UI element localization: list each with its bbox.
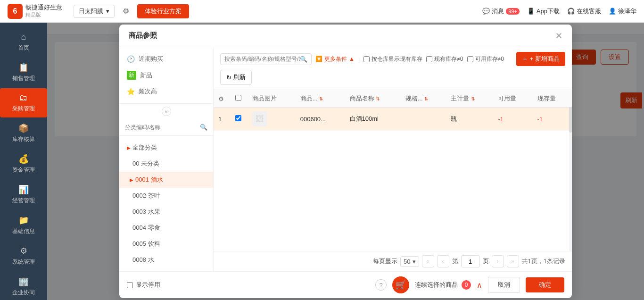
sidebar-item-system[interactable]: ⚙ 系统管理 [0,241,47,271]
per-page-dropdown-icon: ▾ [413,258,416,265]
modal-header: 商品参照 ✕ [119,25,572,47]
category-item-0005[interactable]: 0005 饮料 [119,236,213,252]
confirm-btn[interactable]: 确定 [526,277,564,292]
col-settings[interactable]: ⚙ [214,90,231,108]
sidebar-item-home[interactable]: ⌂ 首页 [0,27,47,57]
col-code[interactable]: 商品... ⇅ [296,90,345,108]
sort-icon-name: ⇅ [376,96,380,101]
page-input[interactable] [461,255,480,267]
user-area[interactable]: 👤 徐泽华 [609,7,636,16]
next-page-btn[interactable]: › [492,255,504,267]
sidebar: ⌂ 首页 📋 销售管理 🗂 采购管理 📦 库存核算 💰 资金管理 📊 经营管理 … [0,23,47,300]
quick-label-frequent: 频次高 [139,87,157,96]
checkbox-label-warehouse[interactable]: 按仓库显示现有库存 [363,55,422,63]
first-page-btn[interactable]: « [422,255,434,267]
quick-item-frequent[interactable]: ⭐ 频次高 [119,83,213,100]
modal-toolbar: 🔍 🔽 更多条件 ▲ | 按仓库显示现有库存 [214,47,572,90]
category-item-all[interactable]: ▶ 全部分类 [119,140,213,156]
category-label-all: 全部分类 [132,143,157,152]
add-product-btn[interactable]: ＋ + 新增商品 [516,52,565,66]
category-item-0008[interactable]: 0008 水 [119,252,213,268]
scrollbar-track[interactable] [569,90,572,251]
app-icon: 📱 [527,8,535,15]
checkbox-label-available-nonzero[interactable]: 可用库存≠0 [467,55,504,63]
message-badge: 99+ [506,8,520,15]
prev-page-btn[interactable]: ‹ [437,255,449,267]
checkbox-available-nonzero[interactable] [467,56,473,62]
category-search-input[interactable] [125,124,197,131]
sidebar-item-finance[interactable]: 💰 资金管理 [0,149,47,179]
sidebar-item-purchase[interactable]: 🗂 采购管理 [0,88,47,117]
expand-icon[interactable]: ∧ [477,281,482,290]
col-name-label: 商品名称 [350,95,374,102]
sidebar-item-enterprise[interactable]: 🏢 企业协同 [0,272,47,300]
category-item-00[interactable]: 00 未分类 [119,156,213,172]
quick-item-new[interactable]: 新 新品 [119,67,213,83]
show-disabled-checkbox-label[interactable]: 显示停用 [127,281,160,289]
sidebar-item-sales[interactable]: 📋 销售管理 [0,58,47,87]
modal-table-wrap: ⚙ 商品图片 商品... ⇅ 商品名称 [214,90,572,251]
cancel-btn[interactable]: 取消 [488,277,520,293]
page-unit: 页 [483,257,489,266]
checkbox-label-stock-nonzero[interactable]: 现有库存≠0 [426,55,463,63]
add-btn-label: + 新增商品 [530,55,560,63]
category-item-0003[interactable]: 0003 水果 [119,204,213,220]
logo-sub: 精品版 [25,11,62,18]
product-search-input[interactable] [224,56,300,62]
category-item-0010[interactable]: 0010 家电 [119,268,213,271]
table-row[interactable]: 1 🖼 000600... 白酒100ml [214,108,572,131]
category-item-0001[interactable]: ▶ 0001 酒水 [119,172,213,188]
show-disabled-checkbox[interactable] [127,282,133,288]
category-item-0002[interactable]: 0002 茶叶 [119,188,213,204]
sidebar-item-basic[interactable]: 📁 基础信息 [0,210,47,240]
category-search-icon[interactable]: 🔍 [200,124,207,131]
home-icon: ⌂ [21,32,26,42]
filter-btn[interactable]: 🔽 更多条件 ▲ [315,55,355,63]
store-selector[interactable]: 日太阳膜 ▾ [74,5,115,18]
product-reference-modal: 商品参照 ✕ 🕐 近期购买 新 [119,25,572,298]
product-search-box: 🔍 [220,53,312,65]
modal-pagination: 每页显示 50 ▾ « ‹ 第 页 › » 共1页 [214,251,572,271]
cell-image: 🖼 [248,108,296,131]
col-name[interactable]: 商品名称 ⇅ [345,90,401,108]
select-all-checkbox[interactable] [235,95,241,101]
selected-products-area: 连续选择的商品 0 [415,280,471,290]
col-unit[interactable]: 主计量 ⇅ [446,90,493,108]
message-btn[interactable]: 💬 消息 99+ [482,7,520,16]
category-item-0004[interactable]: 0004 零食 [119,220,213,236]
system-icon: ⚙ [20,246,27,256]
gear-icon[interactable]: ⚙ [118,4,133,19]
selected-count: 0 [465,282,468,288]
collapse-left-btn[interactable]: « [162,107,171,116]
inventory-icon: 📦 [18,123,29,133]
sidebar-label-purchase: 采购管理 [12,105,35,113]
checkbox-warehouse[interactable] [363,56,370,62]
row-checkbox[interactable] [235,115,241,121]
help-btn[interactable]: ? [375,279,387,291]
sidebar-label-finance: 资金管理 [12,166,35,174]
cell-stock: -1 [533,108,572,131]
modal-footer: 显示停用 ? 🛒 连续选择的商品 0 ∧ [119,271,572,298]
expand-icon: ▶ [127,145,131,150]
refresh-btn[interactable]: ↻ 刷新 [220,70,252,85]
expand-icon-0001: ▶ [130,177,133,183]
per-page-select[interactable]: 50 ▾ [400,256,419,267]
close-icon[interactable]: ✕ [555,32,562,40]
cart-btn[interactable]: 🛒 [392,276,409,293]
category-label-00: 00 未分类 [132,159,159,168]
last-page-btn[interactable]: » [507,255,519,267]
sidebar-item-inventory[interactable]: 📦 库存核算 [0,118,47,148]
checkbox-stock-nonzero[interactable] [426,56,432,62]
purchase-icon: 🗂 [19,93,28,103]
logo-area: 6 畅捷通好生意 精品版 [8,4,64,19]
app-download-btn[interactable]: 📱 App下载 [527,7,560,16]
quick-item-recent[interactable]: 🕐 近期购买 [119,51,213,67]
sidebar-item-operations[interactable]: 📊 经营管理 [0,180,47,209]
modal-body: 🕐 近期购买 新 新品 ⭐ 频次高 [119,47,572,271]
col-unit-label: 主计量 [451,95,469,102]
experience-btn[interactable]: 体验行业方案 [137,4,189,18]
logo-icon: 6 [8,4,23,19]
online-service-btn[interactable]: 🎧 在线客服 [567,7,601,16]
col-spec[interactable]: 规格... ⇅ [401,90,446,108]
search-icon[interactable]: 🔍 [300,56,307,63]
